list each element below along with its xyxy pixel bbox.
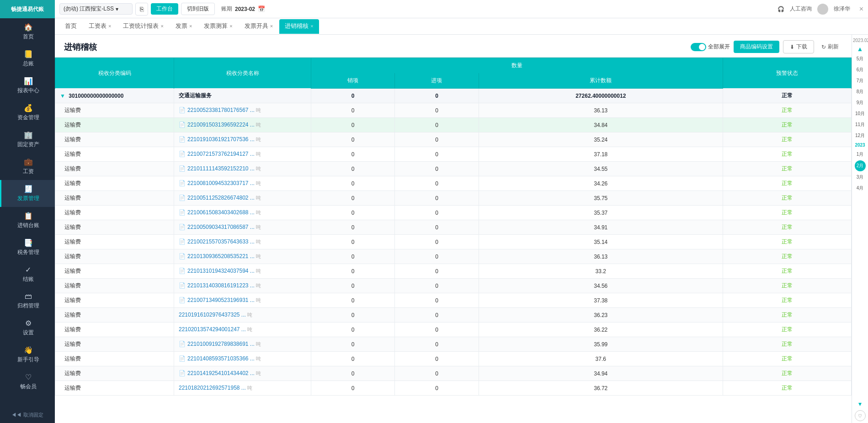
settings-icon: ⚙: [25, 319, 32, 328]
topbar: (勿动) 江西报宝-LSS ▾ ⎘ 工作台 切到旧版 账期 2023-02 📅 …: [55, 0, 868, 18]
timeline-month-7[interactable]: 7月: [853, 76, 867, 86]
sidebar-label-sales: 进销台账: [17, 222, 39, 229]
doc-icon: 📄: [179, 297, 186, 303]
timeline-month-2[interactable]: 2月: [855, 160, 866, 171]
tab-home[interactable]: 首页: [59, 19, 82, 34]
sidebar-item-member[interactable]: ♡ 畅会员: [0, 368, 55, 395]
sidebar-item-settings[interactable]: ⚙ 设置: [0, 314, 55, 341]
data-table: 税收分类编码 税收分类名称 数量 预警状态 销项 进项 累计数额: [55, 58, 852, 396]
timeline-month-3[interactable]: 3月: [853, 172, 867, 182]
topbar-right: 🎧 人工咨询 徐泽华 ×: [777, 4, 863, 15]
doc-icon: 📄: [179, 370, 186, 376]
col-qty-cum: 累计数额: [479, 73, 723, 89]
tab-salary-report-label: 工资统计报表: [123, 22, 159, 30]
table-row: 运输费: [55, 176, 174, 191]
tab-invoice-close[interactable]: ×: [189, 23, 192, 29]
sidebar-item-sales[interactable]: 📋 进销台账: [0, 207, 55, 234]
tab-invoice-calc[interactable]: 发票测算 ×: [198, 19, 238, 34]
table-row: 运输费: [55, 103, 174, 118]
reports-icon: 📊: [24, 77, 33, 85]
toggle-track[interactable]: [691, 43, 706, 51]
expand-toggle[interactable]: 全部展开: [691, 43, 730, 51]
tab-salary-report-close[interactable]: ×: [160, 23, 163, 29]
tab-salary-table[interactable]: 工资表 ×: [83, 19, 117, 34]
timeline-month-5[interactable]: 5月: [853, 54, 867, 64]
table-row: 运输费: [55, 206, 174, 220]
timeline-down[interactable]: ▾: [857, 399, 863, 408]
archive-icon: 🗃: [25, 292, 32, 301]
sidebar-item-home[interactable]: 🏠 首页: [0, 18, 55, 45]
refresh-button[interactable]: ↻ 刷新: [818, 41, 842, 53]
tab-invoice-open-close[interactable]: ×: [270, 23, 273, 29]
sidebar-item-fixed[interactable]: 🏢 固定资产: [0, 126, 55, 153]
calendar-icon[interactable]: 📅: [258, 5, 265, 12]
sidebar-label-ledger: 总账: [23, 60, 34, 68]
sidebar-item-reports[interactable]: 📊 报表中心: [0, 72, 55, 99]
timeline-month-6[interactable]: 6月: [853, 65, 867, 75]
doc-icon: 📄: [179, 180, 186, 186]
sidebar-label-fixed: 固定资产: [17, 141, 39, 148]
tab-invoice-open[interactable]: 发票开具 ×: [239, 19, 278, 34]
table-row: 运输费: [55, 235, 174, 249]
window-close-button[interactable]: ×: [859, 5, 863, 13]
sidebar-item-ledger[interactable]: 📒 总账: [0, 45, 55, 72]
user-name: 徐泽华: [834, 5, 850, 13]
sidebar-label-member: 畅会员: [20, 383, 37, 391]
workspace-button[interactable]: 工作台: [151, 3, 178, 15]
sidebar-item-close[interactable]: ✓ 结账: [0, 261, 55, 288]
timeline-month-9[interactable]: 9月: [853, 98, 867, 108]
sidebar-unpin[interactable]: ◀◀ 取消固定: [0, 407, 55, 423]
tab-salary-table-close[interactable]: ×: [108, 23, 111, 29]
refresh-label: 刷新: [828, 43, 839, 51]
support-label[interactable]: 人工咨询: [790, 5, 812, 13]
copy-button[interactable]: ⎘: [135, 3, 148, 16]
tab-invoice-label: 发票: [176, 22, 187, 30]
header-actions: 全部展开 商品编码设置 ⬇ 下载 ↻ 刷新: [691, 40, 842, 53]
sidebar-item-tax[interactable]: 📑 税务管理: [0, 234, 55, 261]
sales-icon: 📋: [24, 212, 33, 220]
timeline-month-8[interactable]: 8月: [853, 87, 867, 97]
timeline-month-10[interactable]: 10月: [853, 109, 867, 119]
timeline-month-11[interactable]: 11月: [853, 120, 867, 130]
tab-salary-table-label: 工资表: [89, 22, 107, 30]
home-icon: 🏠: [24, 23, 33, 32]
tab-home-label: 首页: [65, 22, 77, 30]
timeline-heart[interactable]: ♡: [855, 410, 866, 421]
company-selector[interactable]: (勿动) 江西报宝-LSS ▾: [59, 3, 133, 15]
timeline-up[interactable]: ▲: [856, 44, 864, 53]
salary-icon: 💼: [24, 158, 33, 166]
sidebar-label-salary: 工资: [23, 168, 34, 175]
tab-salary-report[interactable]: 工资统计报表 ×: [117, 19, 169, 34]
col-warning-status: 预警状态: [723, 58, 851, 89]
tab-invoice-calc-close[interactable]: ×: [229, 23, 232, 29]
tab-sales-check-close[interactable]: ×: [310, 23, 313, 29]
doc-icon: 📄: [179, 107, 186, 113]
switch-version-button[interactable]: 切到旧版: [181, 3, 215, 15]
sidebar-label-settings: 设置: [23, 329, 34, 337]
col-tax-name: 税收分类名称: [174, 58, 311, 89]
tab-invoice[interactable]: 发票 ×: [170, 19, 197, 34]
sidebar-item-guide[interactable]: 👋 新手引导: [0, 341, 55, 368]
timeline-month-12[interactable]: 12月: [853, 131, 867, 141]
tab-invoice-open-label: 发票开具: [245, 22, 268, 30]
page-area: 进销稽核 全部展开 商品编码设置 ⬇ 下载 ↻ 刷: [55, 35, 852, 423]
main-area: (勿动) 江西报宝-LSS ▾ ⎘ 工作台 切到旧版 账期 2023-02 📅 …: [55, 0, 868, 423]
chevron-down-icon: ▾: [116, 6, 118, 12]
settings-button[interactable]: 商品编码设置: [734, 41, 779, 53]
timeline-year-2022: 2023.02: [852, 37, 868, 44]
sidebar-item-salary[interactable]: 💼 工资: [0, 153, 55, 180]
table-row: 运输费: [55, 279, 174, 293]
sidebar-label-invoice: 发票管理: [17, 195, 39, 202]
toggle-thumb: [699, 44, 705, 50]
table-row: 运输费: [55, 132, 174, 147]
sidebar-item-capital[interactable]: 💰 资金管理: [0, 99, 55, 126]
toggle-label: 全部展开: [708, 43, 730, 51]
timeline-month-4[interactable]: 4月: [853, 183, 867, 193]
sidebar-item-invoice[interactable]: 🧾 发票管理: [0, 180, 55, 207]
download-button[interactable]: ⬇ 下载: [783, 40, 814, 53]
sidebar-label-reports: 报表中心: [17, 87, 39, 95]
expand-icon[interactable]: ▼: [60, 93, 65, 99]
tab-sales-check[interactable]: 进销稽核 ×: [279, 19, 319, 34]
sidebar-item-archive[interactable]: 🗃 归档管理: [0, 288, 55, 314]
timeline-month-1[interactable]: 1月: [853, 149, 867, 159]
